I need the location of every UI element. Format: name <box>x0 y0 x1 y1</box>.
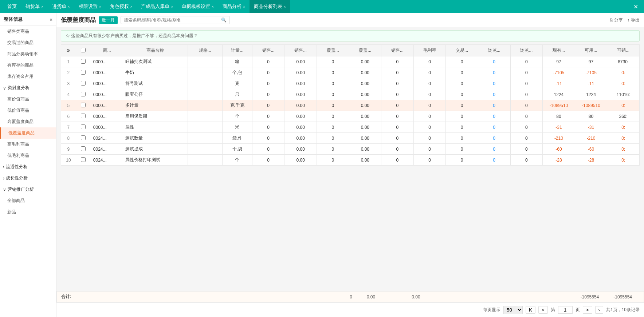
row-view1[interactable]: 0 <box>478 67 510 78</box>
sales-qty-column-header[interactable]: 销售... <box>252 45 284 56</box>
row-checkbox-cell[interactable] <box>76 100 91 111</box>
nav-close-icon[interactable]: × <box>130 5 133 9</box>
sidebar-group-growth[interactable]: › 成长性分析 <box>0 173 56 184</box>
search-icon[interactable]: 🔍 <box>221 17 227 23</box>
sidebar-item-high-margin[interactable]: 高毛利商品 <box>0 139 56 150</box>
prev-page-button[interactable]: < <box>538 306 548 314</box>
row-checkbox-cell[interactable] <box>76 155 91 166</box>
nav-permissions[interactable]: 权限设置 × <box>74 0 106 13</box>
row-checkbox[interactable] <box>81 70 86 75</box>
export-button[interactable]: ↑ 导出 <box>627 17 640 23</box>
select-all-checkbox[interactable] <box>81 48 86 52</box>
nav-close-icon[interactable]: × <box>243 5 245 9</box>
code-column-header[interactable]: 商... <box>91 45 123 56</box>
nav-product-analysis-list[interactable]: 商品分析列表 × <box>250 0 290 13</box>
nav-product-analysis[interactable]: 商品分析 × <box>218 0 250 13</box>
row-checkbox[interactable] <box>81 146 86 151</box>
nav-production-inbound[interactable]: 产成品入库单 × <box>137 0 177 13</box>
nav-role-auth[interactable]: 角色授权 × <box>106 0 137 13</box>
sidebar-item-traded-goods[interactable]: 交易过的商品 <box>0 37 56 48</box>
checkbox-column-header[interactable] <box>76 45 91 56</box>
row-view1[interactable]: 0 <box>478 56 510 67</box>
view1-column-header[interactable]: 浏览... <box>478 45 510 56</box>
row-checkbox-cell[interactable] <box>76 133 91 144</box>
first-page-button[interactable]: K <box>526 306 535 314</box>
row-view1[interactable]: 0 <box>478 155 510 166</box>
row-checkbox-cell[interactable] <box>76 122 91 133</box>
trade-column-header[interactable]: 交易... <box>446 45 478 56</box>
sidebar-item-new-goods[interactable]: 新品 <box>0 206 56 218</box>
row-checkbox-cell[interactable] <box>76 144 91 155</box>
sidebar-group-marketing[interactable]: ∨ 营销推广分析 <box>0 184 56 195</box>
nav-close-icon[interactable]: × <box>212 5 214 9</box>
sidebar-group-coverage-analysis[interactable]: ∨ 类射度分析 <box>0 82 56 94</box>
row-checkbox[interactable] <box>81 103 86 107</box>
next-page-button[interactable]: > <box>583 306 592 314</box>
row-checkbox[interactable] <box>81 81 86 86</box>
unit-column-header[interactable]: 计量... <box>222 45 252 56</box>
sidebar-item-high-coverage[interactable]: 高覆盖度商品 <box>0 116 56 127</box>
sidebar-item-stock-capital[interactable]: 库存资金占用 <box>0 71 56 82</box>
row-checkbox[interactable] <box>81 135 86 140</box>
row-sales3: 0 <box>381 67 414 78</box>
sidebar-group-circulation[interactable]: › 流通性分析 <box>0 161 56 173</box>
row-checkbox[interactable] <box>81 114 86 118</box>
nav-close-icon[interactable]: × <box>171 5 173 9</box>
settings-column-header[interactable]: ⚙ <box>61 45 76 56</box>
coverage1-column-header[interactable]: 覆盖... <box>317 45 349 56</box>
share-button[interactable]: ⎘ 分享 <box>610 17 623 23</box>
nav-sales-order[interactable]: 销货单 × <box>21 0 48 13</box>
sidebar-item-sales-goods[interactable]: 销售类商品 <box>0 26 56 37</box>
sidebar-item-low-margin[interactable]: 低毛利商品 <box>0 150 56 161</box>
sellable-column-header[interactable]: 可销... <box>607 45 640 56</box>
current-stock-column-header[interactable]: 现有... <box>543 45 575 56</box>
page-number-input[interactable] <box>558 306 573 314</box>
row-view1[interactable]: 0 <box>478 133 510 144</box>
sidebar-item-low-value[interactable]: 低价值商品 <box>0 105 56 116</box>
row-view1[interactable]: 0 <box>478 78 510 89</box>
row-checkbox[interactable] <box>81 92 86 96</box>
row-checkbox-cell[interactable] <box>76 56 91 67</box>
sidebar-item-low-coverage[interactable]: 低覆盖度商品 <box>0 127 56 139</box>
row-view1[interactable]: 0 <box>478 122 510 133</box>
row-checkbox[interactable] <box>81 124 86 129</box>
table-container[interactable]: ⚙ 商... 商品名称 规格... 计量... 销售... 销售... 覆盖..… <box>56 44 644 291</box>
nav-close-icon[interactable]: × <box>99 5 101 9</box>
gross-margin-column-header[interactable]: 毛利率 <box>413 45 446 56</box>
nav-purchase-order[interactable]: 进货单 × <box>48 0 74 13</box>
nav-close-icon[interactable]: × <box>284 5 286 9</box>
spec-column-header[interactable]: 规格... <box>188 45 222 56</box>
view2-column-header[interactable]: 浏览... <box>510 45 543 56</box>
row-sales3: 0 <box>381 133 414 144</box>
row-trade: 0 <box>446 67 478 78</box>
window-close-button[interactable]: ✕ <box>630 1 641 12</box>
page-size-select[interactable]: 50 20 100 <box>503 306 523 314</box>
row-checkbox[interactable] <box>81 157 86 162</box>
row-view1[interactable]: 0 <box>478 144 510 155</box>
last-page-button[interactable]: › <box>595 306 603 314</box>
nav-close-icon[interactable]: × <box>68 5 70 9</box>
search-input[interactable] <box>124 17 220 23</box>
nav-close-icon[interactable]: × <box>41 5 43 9</box>
time-filter-button[interactable]: 近一月 <box>99 16 118 24</box>
sidebar-collapse-button[interactable]: « <box>50 16 52 22</box>
row-checkbox[interactable] <box>81 59 86 64</box>
row-checkbox-cell[interactable] <box>76 111 91 122</box>
nav-template-settings[interactable]: 单据模板设置 × <box>177 0 218 13</box>
row-view1[interactable]: 0 <box>478 89 510 100</box>
coverage2-column-header[interactable]: 覆盖... <box>349 45 381 56</box>
nav-home[interactable]: 首页 <box>3 0 21 13</box>
sidebar-item-stocked-goods[interactable]: 有库存的商品 <box>0 60 56 71</box>
sales3-column-header[interactable]: 销售... <box>381 45 414 56</box>
row-view1[interactable]: 0 <box>478 100 510 111</box>
row-checkbox-cell[interactable] <box>76 67 91 78</box>
sales-amt-column-header[interactable]: 销售... <box>284 45 317 56</box>
sidebar-item-all-goods[interactable]: 全部商品 <box>0 195 56 206</box>
name-column-header[interactable]: 商品名称 <box>123 45 188 56</box>
available-stock-column-header[interactable]: 可用... <box>575 45 607 56</box>
row-checkbox-cell[interactable] <box>76 78 91 89</box>
row-view1[interactable]: 0 <box>478 111 510 122</box>
row-checkbox-cell[interactable] <box>76 89 91 100</box>
sidebar-item-category-sales-rate[interactable]: 商品分类动销率 <box>0 48 56 60</box>
sidebar-item-high-value[interactable]: 高价值商品 <box>0 94 56 105</box>
